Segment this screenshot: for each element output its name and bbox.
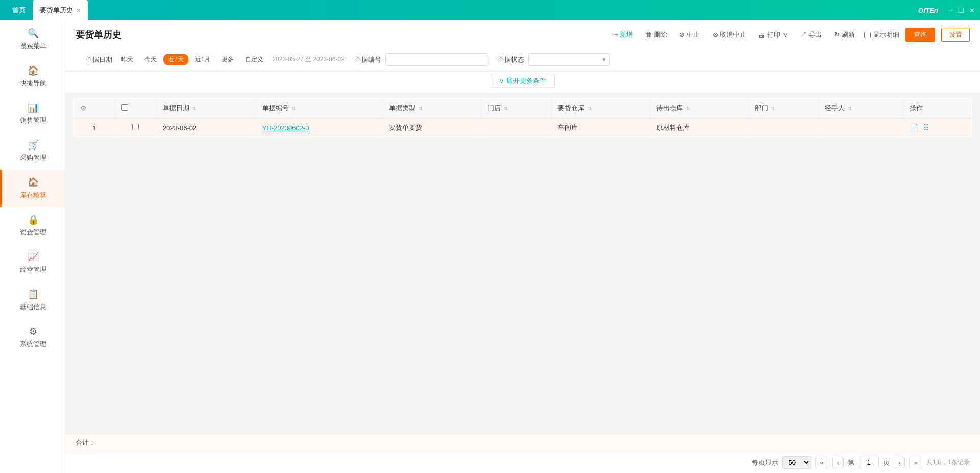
- page-number-input[interactable]: [859, 457, 879, 468]
- row-date: 2023-06-02: [156, 119, 256, 137]
- th-actions: 操作: [903, 99, 971, 119]
- table-header: ⚙ 单据日期 ⇅ 单据编号 ⇅: [74, 99, 972, 119]
- restore-btn[interactable]: ❐: [958, 7, 964, 14]
- settings-button[interactable]: 设置: [941, 28, 970, 42]
- display-detail-input[interactable]: [864, 32, 871, 38]
- operations-icon: 📈: [28, 251, 39, 263]
- sort-reqwarehouse-icon[interactable]: ⇅: [587, 106, 592, 111]
- select-all-checkbox[interactable]: [121, 104, 128, 111]
- sidebar-item-purchase[interactable]: 🛒 采购管理: [0, 132, 65, 170]
- sidebar: 🔍 搜索菜单 🏠 快捷导航 📊 销售管理 🛒 采购管理 🏠 库存核算 🔒 资金管…: [0, 20, 65, 473]
- sidebar-item-search[interactable]: 🔍 搜索菜单: [0, 20, 65, 58]
- page-title-row: 要货单历史 + 新增 🗑 删除 ⊘ 中止 ⊗ 取消中止 🖨 🖨 打印 打印 ∨ …: [76, 28, 970, 42]
- table-area: ⚙ 单据日期 ⇅ 单据编号 ⇅: [65, 93, 980, 434]
- search-icon: 🔍: [28, 28, 39, 39]
- tab-yaohuodan[interactable]: 要货单历史 ✕: [33, 0, 88, 20]
- tab-close-icon[interactable]: ✕: [76, 7, 81, 14]
- sidebar-item-sales[interactable]: 📊 销售管理: [0, 95, 65, 132]
- edit-action-icon[interactable]: 📄: [910, 123, 919, 132]
- docno-filter-label: 单据编号: [355, 55, 381, 64]
- sidebar-item-operations-label: 经营管理: [20, 265, 46, 274]
- display-detail-checkbox[interactable]: 显示明细: [864, 30, 899, 39]
- th-store-label: 门店: [487, 104, 501, 112]
- row-checkbox[interactable]: [132, 124, 139, 130]
- date-btn-custom[interactable]: 自定义: [240, 54, 268, 65]
- th-date-label: 单据日期: [163, 104, 189, 112]
- sidebar-item-basic[interactable]: 📋 基础信息: [0, 281, 65, 319]
- expand-filter-button[interactable]: ∨ 展开更多条件: [491, 74, 555, 88]
- print-button[interactable]: 🖨 🖨 打印 打印 ∨: [755, 28, 791, 41]
- minimize-btn[interactable]: ─: [948, 7, 953, 14]
- page-title: 要货单历史: [76, 29, 121, 41]
- row-docno-link[interactable]: YH-20230602-0: [262, 124, 309, 132]
- sort-docno-icon[interactable]: ⇅: [291, 106, 296, 111]
- next-page-button[interactable]: ›: [894, 457, 905, 468]
- print-icon: 🖨: [758, 31, 765, 39]
- data-table: ⚙ 单据日期 ⇅ 单据编号 ⇅: [74, 98, 972, 137]
- cancel-stop-button[interactable]: ⊗ 取消中止: [709, 28, 750, 41]
- date-btn-7days[interactable]: 近7天: [163, 54, 188, 65]
- tab-home[interactable]: 首页: [5, 0, 33, 20]
- home-tab-label: 首页: [12, 6, 26, 15]
- per-page-select[interactable]: 50 20 100: [782, 456, 811, 469]
- date-btn-yesterday[interactable]: 昨天: [116, 54, 138, 65]
- row-checkbox-cell: [115, 119, 156, 137]
- sort-dept-icon[interactable]: ⇅: [771, 106, 775, 111]
- row-actions: 📄 ⠿: [903, 119, 971, 137]
- toolbar: + 新增 🗑 删除 ⊘ 中止 ⊗ 取消中止 🖨 🖨 打印 打印 ∨ ↗ 导出 ↻…: [611, 28, 970, 42]
- action-icons: 📄 ⠿: [910, 123, 965, 132]
- sidebar-item-quicknav-label: 快捷导航: [20, 79, 46, 88]
- docno-input[interactable]: [385, 53, 487, 66]
- add-button[interactable]: + 新增: [611, 28, 636, 41]
- sort-outwarehouse-icon[interactable]: ⇅: [686, 106, 690, 111]
- stop-button[interactable]: ⊘ 中止: [676, 28, 703, 41]
- th-actions-label: 操作: [910, 104, 923, 112]
- sales-icon: 📊: [28, 102, 39, 113]
- row-handler: [819, 119, 903, 137]
- last-page-button[interactable]: »: [909, 457, 922, 468]
- content-area: 要货单历史 + 新增 🗑 删除 ⊘ 中止 ⊗ 取消中止 🖨 🖨 打印 打印 ∨ …: [65, 20, 980, 473]
- sort-handler-icon[interactable]: ⇅: [848, 106, 852, 111]
- sidebar-item-search-label: 搜索菜单: [20, 41, 46, 51]
- sort-store-icon[interactable]: ⇅: [504, 106, 508, 111]
- sidebar-item-operations[interactable]: 📈 经营管理: [0, 244, 65, 281]
- row-dept: [748, 119, 819, 137]
- page-unit: 页: [883, 458, 890, 467]
- sort-date-icon[interactable]: ⇅: [192, 106, 196, 111]
- sort-doctype-icon[interactable]: ⇅: [419, 106, 423, 111]
- delete-button[interactable]: 🗑 删除: [642, 28, 670, 41]
- more-action-icon[interactable]: ⠿: [923, 123, 929, 132]
- th-doctype-label: 单据类型: [389, 104, 415, 112]
- status-filter-label: 单据状态: [498, 55, 524, 64]
- date-btn-more[interactable]: 更多: [217, 54, 238, 65]
- th-settings: ⚙: [74, 99, 115, 119]
- page-header: 要货单历史 + 新增 🗑 删除 ⊘ 中止 ⊗ 取消中止 🖨 🖨 打印 打印 ∨ …: [65, 20, 980, 72]
- sidebar-item-inventory-label: 库存核算: [20, 191, 46, 200]
- per-page-label: 每页显示: [752, 458, 778, 467]
- th-checkbox: [115, 99, 156, 119]
- query-button[interactable]: 查询: [905, 28, 935, 42]
- footer-total: 合计：: [65, 434, 980, 452]
- date-range-display: 2023-05-27 至 2023-06-02: [272, 55, 344, 64]
- date-btn-today[interactable]: 今天: [140, 54, 161, 65]
- th-doctype: 单据类型 ⇅: [383, 99, 481, 119]
- first-page-button[interactable]: «: [815, 457, 828, 468]
- system-icon: ⚙: [29, 326, 37, 337]
- sidebar-item-inventory[interactable]: 🏠 库存核算: [0, 170, 65, 207]
- export-button[interactable]: ↗ 导出: [797, 28, 825, 41]
- sidebar-item-system[interactable]: ⚙ 系统管理: [0, 319, 65, 356]
- close-btn[interactable]: ✕: [969, 7, 975, 14]
- status-select[interactable]: [528, 53, 610, 66]
- row-index: 1: [74, 119, 115, 137]
- pagination: 每页显示 50 20 100 « ‹ 第 页 › » 共1页，1条记录: [65, 452, 980, 473]
- sidebar-item-finance-label: 资金管理: [20, 228, 46, 237]
- date-btn-1month[interactable]: 近1月: [190, 54, 215, 65]
- sidebar-item-quicknav[interactable]: 🏠 快捷导航: [0, 58, 65, 95]
- prev-page-button[interactable]: ‹: [832, 457, 844, 468]
- sidebar-item-finance[interactable]: 🔒 资金管理: [0, 207, 65, 244]
- filter-row: 单据日期 昨天 今天 近7天 近1月 更多 自定义 2023-05-27 至 2…: [76, 48, 970, 71]
- column-settings-icon[interactable]: ⚙: [80, 104, 87, 112]
- th-reqwarehouse-label: 要货仓库: [558, 104, 584, 112]
- th-outwarehouse: 待出仓库 ⇅: [650, 99, 748, 119]
- refresh-button[interactable]: ↻ 刷新: [831, 28, 858, 41]
